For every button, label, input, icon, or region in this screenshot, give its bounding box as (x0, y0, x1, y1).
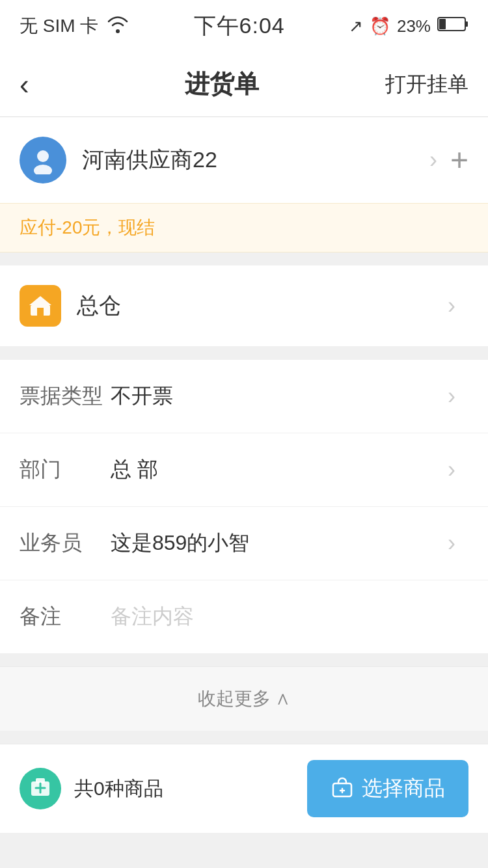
status-right: ↗ ⏰ 23% (349, 16, 468, 37)
open-pending-button[interactable]: 打开挂单 (385, 70, 468, 99)
notice-text: 应付-20元，现结 (20, 217, 155, 237)
location-icon: ↗ (349, 16, 363, 36)
page-title: 进货单 (185, 68, 259, 101)
select-product-label: 选择商品 (362, 774, 445, 803)
sales-label: 业务员 (20, 529, 111, 558)
dept-row[interactable]: 部门 总 部 › (0, 433, 488, 506)
remark-input[interactable]: 备注内容 (111, 603, 468, 631)
invoice-chevron-icon: › (448, 383, 455, 410)
select-product-button[interactable]: 选择商品 (307, 760, 468, 817)
status-time: 下午6:04 (194, 11, 285, 41)
svg-rect-7 (37, 308, 44, 316)
notice-bar: 应付-20元，现结 (0, 203, 488, 252)
svg-point-3 (37, 150, 49, 162)
battery-text: 23% (397, 16, 431, 36)
svg-point-4 (34, 165, 52, 174)
main-content: 河南供应商22 › + 应付-20元，现结 总仓 › 票据类型 不开票 › (0, 117, 488, 833)
supplier-avatar (20, 137, 66, 183)
warehouse-chevron-icon: › (448, 292, 455, 319)
status-left: 无 SIM 卡 (20, 14, 129, 38)
add-supplier-button[interactable]: + (450, 144, 468, 176)
collapse-toggle[interactable]: 收起更多 ∧ (0, 666, 488, 731)
supplier-row[interactable]: 河南供应商22 › + (0, 117, 488, 203)
svg-marker-6 (29, 296, 51, 305)
bottom-divider (0, 731, 488, 744)
warehouse-row[interactable]: 总仓 › (0, 265, 488, 346)
sales-row[interactable]: 业务员 这是859的小智 › (0, 506, 488, 580)
remark-row[interactable]: 备注 备注内容 (0, 580, 488, 653)
supplier-card: 河南供应商22 › + 应付-20元，现结 (0, 117, 488, 252)
battery-icon (437, 16, 468, 37)
sales-chevron-icon: › (448, 530, 455, 557)
collapse-label: 收起更多 ∧ (198, 688, 291, 709)
remark-label: 备注 (20, 603, 111, 631)
warehouse-card: 总仓 › (0, 265, 488, 346)
invoice-value: 不开票 (111, 382, 448, 411)
wifi-icon (106, 15, 129, 38)
bottom-bar: 共0种商品 选择商品 (0, 744, 488, 833)
svg-rect-2 (439, 19, 446, 29)
dept-label: 部门 (20, 455, 111, 484)
invoice-label: 票据类型 (20, 382, 111, 411)
form-card: 票据类型 不开票 › 部门 总 部 › 业务员 这是859的小智 › 备注 备注… (0, 359, 488, 653)
invoice-row[interactable]: 票据类型 不开票 › (0, 359, 488, 433)
svg-rect-1 (465, 21, 468, 27)
carrier-text: 无 SIM 卡 (20, 14, 98, 38)
product-icon (20, 768, 61, 809)
dept-value: 总 部 (111, 455, 448, 484)
supplier-chevron-icon: › (429, 146, 437, 174)
warehouse-icon (20, 285, 61, 327)
status-bar: 无 SIM 卡 下午6:04 ↗ ⏰ 23% (0, 0, 488, 52)
product-count: 共0种商品 (74, 776, 307, 802)
back-button[interactable]: ‹ (20, 68, 59, 101)
alarm-icon: ⏰ (370, 16, 390, 36)
warehouse-name: 总仓 (77, 291, 448, 321)
nav-bar: ‹ 进货单 打开挂单 (0, 52, 488, 117)
cart-icon (331, 777, 354, 800)
dept-chevron-icon: › (448, 456, 455, 483)
sales-value: 这是859的小智 (111, 529, 448, 558)
supplier-name: 河南供应商22 (82, 145, 429, 175)
